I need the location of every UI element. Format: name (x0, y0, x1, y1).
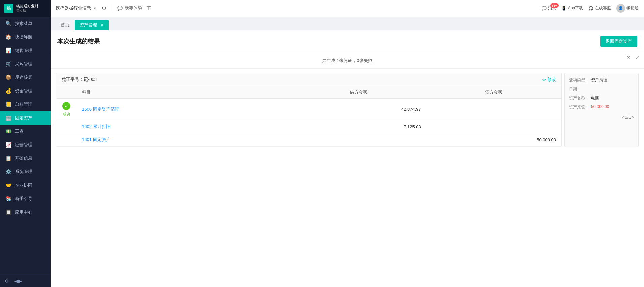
collapse-icon[interactable]: ◀▶ (14, 278, 22, 284)
side-original-label: 资产原值： (569, 104, 589, 110)
sidebar-item-label: 经营管理 (15, 142, 32, 148)
sidebar-item-label: 固定资产 (15, 115, 32, 121)
ledger-icon: 📒 (5, 101, 11, 107)
summary-text: 共生成 1张凭证，0张失败 (322, 58, 372, 63)
sidebar-item-label: 新手引导 (15, 196, 32, 202)
sidebar-item-basic-info[interactable]: 📋 基础信息 (0, 152, 51, 165)
online-service-label: 在线客服 (595, 5, 611, 11)
app-download-label: App下载 (568, 5, 583, 11)
sidebar-item-ledger[interactable]: 📒 总账管理 (0, 98, 51, 111)
return-button[interactable]: 返回固定资产 (600, 36, 637, 47)
sidebar-item-system[interactable]: ⚙️ 系统管理 (0, 165, 51, 179)
cooperation-icon: 🤝 (5, 182, 11, 188)
voucher-header: 凭证字号：记-003 ✏ 修改 (56, 73, 561, 86)
sidebar-item-label: 销售管理 (15, 47, 32, 54)
side-name-value: 电脑 (591, 95, 599, 101)
app-download-icon: 📱 (561, 6, 566, 11)
panel-controls: ✕ ⤢ (622, 51, 644, 64)
home-icon: 🏠 (5, 34, 11, 40)
summary-row: 共生成 1张凭证，0张失败 (51, 53, 644, 69)
online-service-button[interactable]: 🎧 在线客服 (588, 5, 611, 11)
expand-panel-button[interactable]: ⤢ (633, 53, 641, 61)
sidebar-item-label: 基础信息 (15, 155, 32, 161)
row-credit: 50,000.00 (426, 133, 561, 147)
try-button[interactable]: 💬 我要体验一下 (117, 5, 151, 11)
side-pagination[interactable]: < 1/1 > (569, 115, 634, 120)
tab-asset-mgmt[interactable]: 资产管理 ✕ (75, 20, 109, 30)
sidebar-item-search[interactable]: 🔍 搜索菜单 (0, 17, 51, 30)
topbar-divider (113, 5, 113, 12)
sidebar-item-operations[interactable]: 📈 经营管理 (0, 138, 51, 152)
sidebar-item-purchase[interactable]: 🛒 采购管理 (0, 57, 51, 71)
close-icon: ✕ (626, 55, 631, 60)
success-label: 成功 (63, 111, 70, 117)
success-icon: ✓ (62, 102, 70, 110)
row-status-cell (56, 133, 76, 147)
content-area: ✕ ⤢ 本次生成的结果 返回固定资产 共生成 1张凭证，0张失败 凭证字号：记-… (51, 30, 644, 287)
close-panel-button[interactable]: ✕ (624, 53, 633, 61)
side-name-row: 资产名称： 电脑 (569, 95, 634, 101)
side-date-label: 日期： (569, 86, 581, 92)
voucher-table: 科目 借方金额 贷方金额 ✓ 成功 (56, 86, 561, 147)
sidebar-item-guide[interactable]: 📚 新手引导 (0, 192, 51, 205)
search-icon: 🔍 (5, 21, 11, 27)
sidebar: 畅 畅捷通好业财 普及版 🔍 搜索菜单 🏠 快捷导航 📊 销售管理 🛒 采购管理… (0, 0, 51, 287)
sidebar-item-inventory[interactable]: 📦 库存核算 (0, 71, 51, 84)
main-area: 医疗器械行业演示 ▼ ⚙ 💬 我要体验一下 💬 消息 99+ 📱 App下载 🎧… (51, 0, 644, 287)
side-original-value: 50,000.00 (591, 104, 609, 110)
sidebar-item-label: 库存核算 (15, 74, 32, 81)
sidebar-item-sales[interactable]: 📊 销售管理 (0, 44, 51, 57)
row-debit (291, 133, 426, 147)
company-selector[interactable]: 医疗器械行业演示 ▼ (56, 5, 97, 11)
sidebar-item-app-center[interactable]: 🔲 应用中心 (0, 205, 51, 219)
headset-icon: 🎧 (588, 6, 593, 11)
sidebar-item-cooperation[interactable]: 🤝 企业协同 (0, 179, 51, 192)
side-name-label: 资产名称： (569, 95, 589, 101)
row-credit (426, 120, 561, 133)
side-date-row: 日期： (569, 86, 634, 92)
guide-icon: 📚 (5, 196, 11, 202)
company-name: 医疗器械行业演示 (56, 5, 91, 11)
sidebar-item-label: 企业协同 (15, 182, 32, 188)
table-row: 1601 固定资产 50,000.00 (56, 133, 561, 147)
tab-close-icon[interactable]: ✕ (100, 23, 104, 27)
table-row: ✓ 成功 1606 固定资产清理 42,874.97 (56, 99, 561, 120)
page-header: 本次生成的结果 返回固定资产 (51, 30, 644, 53)
tabbar: 首页 资产管理 ✕ (51, 17, 644, 30)
message-button[interactable]: 💬 消息 99+ (542, 5, 556, 11)
voucher-side-panel: 变动类型： 资产清理 日期： 资产名称： 电脑 资产原值： 50,000.00 … (564, 73, 639, 147)
side-type-row: 变动类型： 资产清理 (569, 77, 634, 83)
tab-home[interactable]: 首页 (56, 20, 74, 30)
col-status (56, 86, 76, 99)
sidebar-item-payroll[interactable]: 💵 工资 (0, 125, 51, 138)
avatar: 👤 (616, 4, 625, 13)
sidebar-item-label: 搜索菜单 (15, 21, 32, 27)
sidebar-item-quick-nav[interactable]: 🏠 快捷导航 (0, 30, 51, 44)
col-credit: 贷方金额 (426, 86, 561, 99)
side-type-value: 资产清理 (591, 77, 607, 83)
edit-button[interactable]: ✏ 修改 (542, 76, 556, 83)
purchase-icon: 🛒 (5, 61, 11, 67)
sidebar-item-fixed-assets[interactable]: 🏢 固定资产 (0, 111, 51, 125)
user-button[interactable]: 👤 畅捷通 (616, 4, 639, 13)
finance-icon: 💰 (5, 88, 11, 94)
settings-bottom-icon[interactable]: ⚙ (5, 278, 9, 284)
logo-title: 畅捷通好业财 (16, 4, 38, 8)
username-label: 畅捷通 (626, 5, 639, 11)
edit-icon: ✏ (542, 77, 546, 82)
edit-label: 修改 (547, 76, 556, 83)
try-label: 我要体验一下 (125, 5, 151, 11)
row-status-cell: ✓ 成功 (56, 99, 76, 120)
sidebar-item-label: 采购管理 (15, 61, 32, 67)
topbar-settings-button[interactable]: ⚙ (99, 4, 109, 13)
row-subject: 1601 固定资产 (76, 133, 291, 147)
sales-icon: 📊 (5, 47, 11, 54)
sidebar-item-finance[interactable]: 💰 资金管理 (0, 84, 51, 98)
col-debit: 借方金额 (291, 86, 426, 99)
sidebar-item-label: 资金管理 (15, 88, 32, 94)
app-center-icon: 🔲 (5, 209, 11, 215)
operations-icon: 📈 (5, 142, 11, 148)
app-download-button[interactable]: 📱 App下载 (561, 5, 583, 11)
page-title: 本次生成的结果 (57, 37, 100, 45)
voucher-area: 凭证字号：记-003 ✏ 修改 科目 借方金额 贷方金额 (51, 69, 644, 147)
